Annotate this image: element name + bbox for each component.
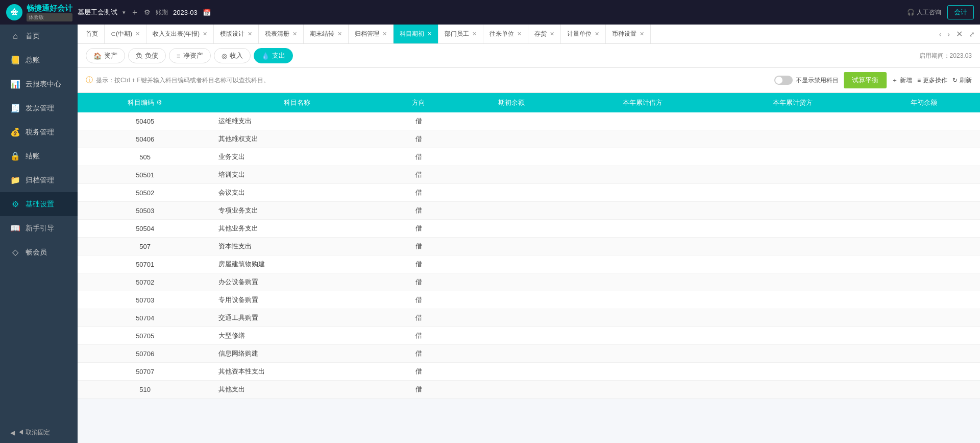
table-row[interactable]: 50704 交通工具购置 借 xyxy=(78,309,980,327)
tab-close-all-button[interactable]: ✕ xyxy=(953,27,966,41)
tab-archive-close[interactable]: ✕ xyxy=(382,31,387,37)
sidebar-item-member[interactable]: ◇ 畅会员 xyxy=(0,240,78,264)
tab-income[interactable]: 收入支出表(年报) ✕ xyxy=(146,25,214,44)
table-row[interactable]: 50703 专用设备购置 借 xyxy=(78,291,980,309)
tab-nav-prev[interactable]: ‹ xyxy=(936,28,945,40)
sidebar-item-archive[interactable]: 📁 归档管理 xyxy=(0,168,78,192)
tab-income-label: 收入支出表(年报) xyxy=(153,30,200,38)
tab-home[interactable]: 首页 xyxy=(80,25,105,44)
cell-year-start xyxy=(868,327,980,345)
settings-icon-top[interactable]: ⚙ xyxy=(144,8,151,16)
sidebar-label-home: 首页 xyxy=(26,32,40,41)
table-row[interactable]: 50702 办公设备购置 借 xyxy=(78,273,980,291)
table-row[interactable]: 507 资本性支出 借 xyxy=(78,238,980,255)
sidebar-label-member: 畅会员 xyxy=(26,248,47,257)
toggle-switch-control[interactable] xyxy=(774,76,793,85)
calendar-icon[interactable]: 📅 xyxy=(203,9,211,16)
cell-ytd-debit xyxy=(568,309,718,327)
tab-measure-close[interactable]: ✕ xyxy=(595,31,599,37)
table-row[interactable]: 50406 其他维权支出 借 xyxy=(78,130,980,148)
cell-direction: 借 xyxy=(382,148,455,166)
table-row[interactable]: 50503 专项业务支出 借 xyxy=(78,202,980,220)
tab-tax[interactable]: 税表清册 ✕ xyxy=(259,25,304,44)
tab-measure[interactable]: 计量单位 ✕ xyxy=(561,25,606,44)
logo-text-area: 畅捷通好会计 体验版 xyxy=(27,4,72,21)
cell-ytd-debit xyxy=(568,130,718,148)
tab-tax-close[interactable]: ✕ xyxy=(292,31,297,37)
table-row[interactable]: 510 其他支出 借 xyxy=(78,381,980,399)
tab-template[interactable]: 模版设计 ✕ xyxy=(214,25,259,44)
sidebar-item-invoice[interactable]: 🧾 发票管理 xyxy=(0,96,78,120)
tab-currency[interactable]: 币种设置 ✕ xyxy=(606,25,651,44)
cell-ytd-credit xyxy=(718,309,868,327)
cell-code: 50707 xyxy=(78,363,212,381)
balance-button[interactable]: 试算平衡 xyxy=(844,72,887,88)
sidebar-collapse-button[interactable]: ◀ ◀ 取消固定 xyxy=(0,422,78,443)
add-project-button[interactable]: ＋ xyxy=(131,7,139,18)
tab-archive[interactable]: 归档管理 ✕ xyxy=(349,25,394,44)
cell-direction: 借 xyxy=(382,184,455,202)
invoice-icon: 🧾 xyxy=(10,103,20,113)
cell-ytd-credit xyxy=(718,112,868,130)
top-header: 会 畅捷通好会计 体验版 基层工会测试 ▾ ＋ ⚙ 账期 2023-03 📅 🎧… xyxy=(0,0,980,25)
cell-code: 50705 xyxy=(78,327,212,345)
more-button[interactable]: ≡ 更多操作 xyxy=(917,76,947,85)
table-row[interactable]: 50707 其他资本性支出 借 xyxy=(78,363,980,381)
tab-template-close[interactable]: ✕ xyxy=(248,31,252,37)
cell-ytd-credit xyxy=(718,291,868,309)
tab-expand-button[interactable]: ⤢ xyxy=(966,28,978,40)
sub-tab-liability[interactable]: 负 负债 xyxy=(128,48,166,63)
cell-year-start xyxy=(868,255,980,273)
refresh-button[interactable]: ↻ 刷新 xyxy=(952,76,972,85)
col-code-settings-icon[interactable]: ⚙ xyxy=(156,99,162,106)
sub-tab-asset[interactable]: 🏠 资产 xyxy=(86,48,125,63)
tab-subject-init-close[interactable]: ✕ xyxy=(427,31,432,37)
sub-tab-net-asset[interactable]: ≡ 净资产 xyxy=(169,48,211,63)
tab-bs-close[interactable]: ✕ xyxy=(135,31,140,37)
tab-stock[interactable]: 存货 ✕ xyxy=(528,25,561,44)
tab-units-close[interactable]: ✕ xyxy=(517,31,522,37)
table-row[interactable]: 50502 会议支出 借 xyxy=(78,184,980,202)
account-button[interactable]: 会计 xyxy=(947,5,974,19)
table-row[interactable]: 50701 房屋建筑物购建 借 xyxy=(78,255,980,273)
tab-period-end-close[interactable]: ✕ xyxy=(337,31,342,37)
tab-stock-close[interactable]: ✕ xyxy=(550,31,554,37)
help-button[interactable]: 🎧 人工咨询 xyxy=(907,8,941,17)
toggle-label: 不显示禁用科目 xyxy=(796,76,839,85)
tab-subject-init[interactable]: 科目期初 ✕ xyxy=(394,25,438,44)
tab-dept-close[interactable]: ✕ xyxy=(472,31,477,37)
table-row[interactable]: 50504 其他业务支出 借 xyxy=(78,220,980,238)
tab-bs[interactable]: ∈(中期) ✕ xyxy=(105,25,146,44)
sidebar-item-ledger[interactable]: 📒 总账 xyxy=(0,48,78,72)
tab-period-end[interactable]: 期末结转 ✕ xyxy=(304,25,349,44)
table-row[interactable]: 50705 大型修缮 借 xyxy=(78,327,980,345)
sidebar-item-home[interactable]: ⌂ 首页 xyxy=(0,25,78,48)
tab-units[interactable]: 往来单位 ✕ xyxy=(483,25,528,44)
table-row[interactable]: 505 业务支出 借 xyxy=(78,148,980,166)
cell-year-start xyxy=(868,309,980,327)
tab-income-close[interactable]: ✕ xyxy=(203,31,207,37)
add-button[interactable]: ＋ 新增 xyxy=(892,76,912,85)
sub-tab-income-tab[interactable]: ◎ 收入 xyxy=(214,48,251,63)
tab-currency-close[interactable]: ✕ xyxy=(640,31,644,37)
sidebar-item-reports[interactable]: 📊 云报表中心 xyxy=(0,72,78,96)
tab-home-label: 首页 xyxy=(86,30,98,38)
cell-ytd-debit xyxy=(568,184,718,202)
cell-direction: 借 xyxy=(382,363,455,381)
table-row[interactable]: 50706 信息网络购建 借 xyxy=(78,345,980,363)
tab-nav-next[interactable]: › xyxy=(944,28,953,40)
sidebar-item-tax[interactable]: 💰 税务管理 xyxy=(0,120,78,144)
tab-dept-label: 部门员工 xyxy=(445,30,469,38)
sidebar-item-close[interactable]: 🔒 结账 xyxy=(0,144,78,168)
sidebar-item-guide[interactable]: 📖 新手引导 xyxy=(0,216,78,240)
toggle-disabled-subjects[interactable]: 不显示禁用科目 xyxy=(774,76,839,85)
project-dropdown-icon[interactable]: ▾ xyxy=(122,9,126,16)
table-row[interactable]: 50405 运维维支出 借 xyxy=(78,112,980,130)
cell-year-start xyxy=(868,184,980,202)
cell-direction: 借 xyxy=(382,273,455,291)
sub-tab-expense[interactable]: 💧 支出 xyxy=(254,48,293,63)
page-content: 🏠 资产 负 负债 ≡ 净资产 ◎ 收入 💧 支出 xyxy=(78,44,980,443)
sidebar-item-settings[interactable]: ⚙ 基础设置 xyxy=(0,192,78,216)
table-row[interactable]: 50501 培训支出 借 xyxy=(78,166,980,184)
tab-dept[interactable]: 部门员工 ✕ xyxy=(438,25,483,44)
